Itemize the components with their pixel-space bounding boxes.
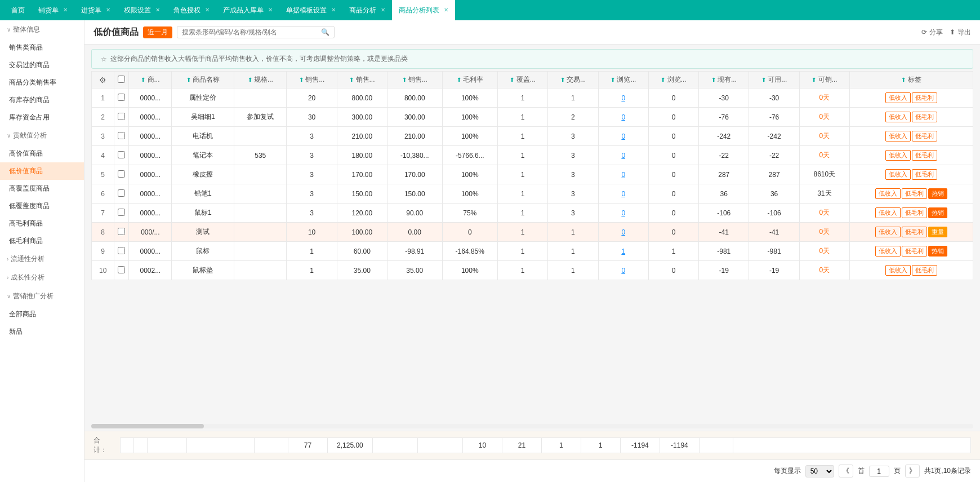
- col-name[interactable]: ⬆ 商品名称: [172, 72, 234, 89]
- sidebar-item-traded-goods[interactable]: 交易过的商品: [0, 56, 84, 74]
- sidebar-section-marketing[interactable]: ∨ 营销推广分析: [0, 287, 84, 306]
- close-icon[interactable]: ✕: [268, 0, 273, 20]
- col-view2[interactable]: ⬆ 浏览...: [648, 72, 698, 89]
- row-view1[interactable]: 0: [598, 223, 648, 242]
- col-cover[interactable]: ⬆ 覆盖...: [498, 72, 548, 89]
- sidebar-item-category-sales[interactable]: 商品分类销售率: [0, 74, 84, 91]
- row-name[interactable]: 鼠标: [172, 242, 234, 261]
- row-name[interactable]: 笔记本: [172, 146, 234, 165]
- row-view1[interactable]: 0: [598, 146, 648, 165]
- row-name[interactable]: 鼠标1: [172, 204, 234, 223]
- nav-template[interactable]: 单据模板设置 ✕: [279, 0, 342, 20]
- sidebar-item-high-coverage[interactable]: 高覆盖度商品: [0, 180, 84, 197]
- close-icon[interactable]: ✕: [63, 0, 68, 20]
- row-name[interactable]: 鼠标垫: [172, 261, 234, 280]
- search-input[interactable]: [182, 28, 319, 36]
- row-view1[interactable]: 0: [598, 89, 648, 108]
- row-view1[interactable]: 0: [598, 261, 648, 280]
- sidebar-section-overall[interactable]: ∨ 整体信息: [0, 20, 84, 39]
- row-name[interactable]: 铅笔1: [172, 184, 234, 204]
- col-checkbox[interactable]: [114, 72, 129, 89]
- sidebar-item-low-margin[interactable]: 低毛利商品: [0, 232, 84, 250]
- row-checkbox[interactable]: [118, 113, 125, 120]
- next-page-button[interactable]: 》: [905, 465, 920, 477]
- col-stock2[interactable]: ⬆ 可用...: [749, 72, 799, 89]
- close-icon[interactable]: ✕: [381, 0, 385, 20]
- col-tags[interactable]: ⬆ 标签: [849, 72, 973, 89]
- view-link[interactable]: 0: [621, 171, 625, 179]
- view-link[interactable]: 1: [621, 247, 625, 255]
- scrollbar-thumb[interactable]: [91, 424, 204, 428]
- col-view1[interactable]: ⬆ 浏览...: [598, 72, 648, 89]
- row-view1[interactable]: 1: [598, 242, 648, 261]
- close-icon[interactable]: ✕: [205, 0, 210, 20]
- col-spec[interactable]: ⬆ 规格...: [234, 72, 287, 89]
- nav-sales[interactable]: 销货单 ✕: [32, 0, 74, 20]
- first-page-button[interactable]: 《: [839, 465, 853, 477]
- nav-analysis[interactable]: 商品分析 ✕: [342, 0, 392, 20]
- col-stock3[interactable]: ⬆ 可销...: [799, 72, 849, 89]
- row-checkbox[interactable]: [118, 151, 125, 158]
- col-trade[interactable]: ⬆ 交易...: [548, 72, 598, 89]
- view-link[interactable]: 0: [621, 132, 625, 140]
- view-link[interactable]: 0: [621, 152, 625, 160]
- nav-product-in[interactable]: 产成品入库单 ✕: [216, 0, 279, 20]
- share-button[interactable]: ⟳ 分享: [921, 28, 943, 37]
- close-icon[interactable]: ✕: [444, 0, 448, 20]
- row-checkbox[interactable]: [118, 132, 125, 139]
- row-checkbox[interactable]: [118, 228, 125, 235]
- select-all-checkbox[interactable]: [118, 76, 125, 83]
- col-sale2[interactable]: ⬆ 销售...: [337, 72, 387, 89]
- close-icon[interactable]: ✕: [331, 0, 336, 20]
- col-code[interactable]: ⬆ 商...: [129, 72, 172, 89]
- sidebar-item-low-coverage[interactable]: 低覆盖度商品: [0, 197, 84, 215]
- view-link[interactable]: 0: [621, 267, 625, 275]
- nav-home[interactable]: 首页: [5, 0, 32, 20]
- sidebar-item-stock-fund[interactable]: 库存资金占用: [0, 109, 84, 126]
- sidebar-section-flow[interactable]: › 流通性分析: [0, 250, 84, 268]
- row-view1[interactable]: 0: [598, 165, 648, 184]
- sidebar-section-growth[interactable]: › 成长性分析: [0, 268, 84, 287]
- view-link[interactable]: 0: [621, 190, 625, 198]
- view-link[interactable]: 0: [621, 209, 625, 217]
- nav-role[interactable]: 角色授权 ✕: [167, 0, 216, 20]
- export-button[interactable]: ⬆ 导出: [950, 28, 971, 37]
- col-stock1[interactable]: ⬆ 现有...: [699, 72, 749, 89]
- row-name[interactable]: 测试: [172, 223, 234, 242]
- horizontal-scrollbar[interactable]: [91, 424, 973, 428]
- view-link[interactable]: 0: [621, 113, 625, 121]
- row-checkbox[interactable]: [118, 189, 125, 197]
- nav-permission[interactable]: 权限设置 ✕: [117, 0, 167, 20]
- view-link[interactable]: 0: [621, 228, 625, 236]
- nav-analysis-list[interactable]: 商品分析列表 ✕: [392, 0, 455, 20]
- row-checkbox[interactable]: [118, 247, 125, 254]
- nav-purchase[interactable]: 进货单 ✕: [74, 0, 117, 20]
- row-checkbox[interactable]: [118, 170, 125, 178]
- sidebar-item-high-value[interactable]: 高价值商品: [0, 145, 84, 162]
- col-gear[interactable]: ⚙: [92, 72, 114, 89]
- view-link[interactable]: 0: [621, 94, 625, 102]
- col-sale1[interactable]: ⬆ 销售...: [287, 72, 337, 89]
- row-view1[interactable]: 0: [598, 127, 648, 146]
- sidebar-item-new-goods[interactable]: 新品: [0, 323, 84, 341]
- row-checkbox[interactable]: [118, 266, 125, 273]
- sidebar-item-sales-goods[interactable]: 销售类商品: [0, 39, 84, 56]
- col-sale3[interactable]: ⬆ 销售...: [387, 72, 442, 89]
- col-margin[interactable]: ⬆ 毛利率: [442, 72, 498, 89]
- page-number-input[interactable]: [869, 466, 889, 477]
- page-size-select[interactable]: 50 20 100: [805, 465, 834, 477]
- row-view1[interactable]: 0: [598, 204, 648, 223]
- row-name[interactable]: 属性定价: [172, 89, 234, 108]
- sidebar-item-in-stock-goods[interactable]: 有库存的商品: [0, 91, 84, 109]
- sidebar-item-all-goods[interactable]: 全部商品: [0, 306, 84, 323]
- row-view1[interactable]: 0: [598, 184, 648, 204]
- sidebar-item-high-margin[interactable]: 高毛利商品: [0, 215, 84, 232]
- sidebar-section-contribution[interactable]: ∨ 贡献值分析: [0, 126, 84, 145]
- close-icon[interactable]: ✕: [155, 0, 160, 20]
- row-checkbox[interactable]: [118, 209, 125, 216]
- row-name[interactable]: 电话机: [172, 127, 234, 146]
- row-name[interactable]: 吴细细1: [172, 108, 234, 127]
- search-icon[interactable]: 🔍: [321, 28, 329, 36]
- row-checkbox[interactable]: [118, 94, 125, 101]
- sidebar-item-low-value[interactable]: 低价值商品: [0, 162, 84, 180]
